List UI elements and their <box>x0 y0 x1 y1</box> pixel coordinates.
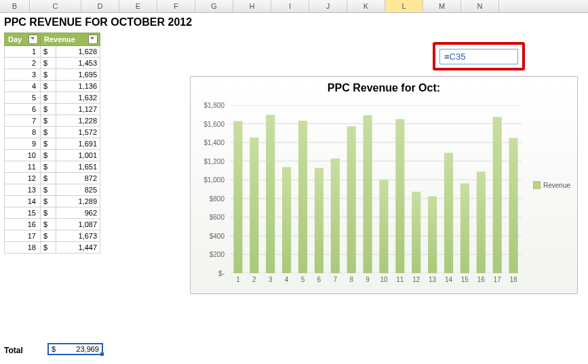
table-row[interactable]: 5$1,632 <box>5 92 100 104</box>
filter-dropdown-icon[interactable] <box>88 35 98 44</box>
bar[interactable] <box>363 115 372 273</box>
cell-currency[interactable]: $ <box>41 58 56 69</box>
cell-currency[interactable]: $ <box>41 115 56 127</box>
bar[interactable] <box>250 138 258 273</box>
col-day-header[interactable]: Day <box>5 33 41 46</box>
cell-day[interactable]: 12 <box>5 173 41 184</box>
col-header-B[interactable]: B <box>0 0 30 12</box>
revenue-table[interactable]: Day Revenue 1$1,6282$1,4533$1,6954$1,136… <box>4 33 100 254</box>
bar[interactable] <box>444 153 453 273</box>
col-header-I[interactable]: I <box>271 0 309 12</box>
col-header-H[interactable]: H <box>233 0 271 12</box>
cell-day[interactable]: 17 <box>5 230 41 242</box>
bar[interactable] <box>298 121 307 273</box>
table-row[interactable]: 9$1,691 <box>5 138 100 150</box>
cell-currency[interactable]: $ <box>41 173 56 184</box>
bar[interactable] <box>379 180 388 273</box>
bar[interactable] <box>266 115 275 273</box>
cell-day[interactable]: 6 <box>5 104 41 115</box>
cell-revenue[interactable]: 825 <box>56 184 100 196</box>
cell-day[interactable]: 16 <box>5 219 41 230</box>
bar[interactable] <box>233 121 242 273</box>
table-row[interactable]: 11$1,651 <box>5 161 100 173</box>
cell-day[interactable]: 2 <box>5 58 41 69</box>
cell-revenue[interactable]: 1,001 <box>56 150 100 161</box>
cell-revenue[interactable]: 1,651 <box>56 161 100 173</box>
cell-revenue[interactable]: 1,632 <box>56 92 100 104</box>
table-row[interactable]: 15$962 <box>5 207 100 219</box>
cell-day[interactable]: 3 <box>5 69 41 81</box>
cell-revenue[interactable]: 872 <box>56 173 100 184</box>
cell-currency[interactable]: $ <box>41 46 56 58</box>
cell-revenue[interactable]: 1,136 <box>56 81 100 92</box>
col-header-K[interactable]: K <box>347 0 385 12</box>
col-header-L[interactable]: L <box>385 0 423 12</box>
col-header-J[interactable]: J <box>309 0 347 12</box>
col-header-G[interactable]: G <box>195 0 233 12</box>
cell-revenue[interactable]: 1,695 <box>56 69 100 81</box>
cell-revenue[interactable]: 1,447 <box>56 242 100 254</box>
cell-currency[interactable]: $ <box>41 104 56 115</box>
cell-day[interactable]: 9 <box>5 138 41 150</box>
cell-day[interactable]: 11 <box>5 161 41 173</box>
filter-dropdown-icon[interactable] <box>28 35 38 44</box>
bar[interactable] <box>315 168 324 273</box>
table-row[interactable]: 4$1,136 <box>5 81 100 92</box>
formula-input[interactable]: =C35 <box>439 49 518 64</box>
cell-day[interactable]: 18 <box>5 242 41 254</box>
table-row[interactable]: 7$1,228 <box>5 115 100 127</box>
col-header-D[interactable]: D <box>81 0 119 12</box>
cell-revenue[interactable]: 1,127 <box>56 104 100 115</box>
cell-currency[interactable]: $ <box>41 81 56 92</box>
cell-day[interactable]: 13 <box>5 184 41 196</box>
cell-currency[interactable]: $ <box>41 230 56 242</box>
table-row[interactable]: 16$1,087 <box>5 219 100 230</box>
cell-currency[interactable]: $ <box>41 196 56 207</box>
bar[interactable] <box>477 171 486 273</box>
bar[interactable] <box>331 159 340 273</box>
col-header-M[interactable]: M <box>423 0 461 12</box>
cell-revenue[interactable]: 962 <box>56 207 100 219</box>
cell-revenue[interactable]: 1,453 <box>56 58 100 69</box>
cell-day[interactable]: 5 <box>5 92 41 104</box>
bar[interactable] <box>428 196 437 273</box>
bar[interactable] <box>395 119 404 273</box>
bar[interactable] <box>509 138 517 273</box>
bar[interactable] <box>412 192 420 273</box>
cell-currency[interactable]: $ <box>41 92 56 104</box>
cell-currency[interactable]: $ <box>41 161 56 173</box>
cell-revenue[interactable]: 1,628 <box>56 46 100 58</box>
table-row[interactable]: 2$1,453 <box>5 58 100 69</box>
cell-currency[interactable]: $ <box>41 207 56 219</box>
table-row[interactable]: 14$1,289 <box>5 196 100 207</box>
bar[interactable] <box>493 117 502 273</box>
table-row[interactable]: 13$825 <box>5 184 100 196</box>
cell-revenue[interactable]: 1,228 <box>56 115 100 127</box>
table-row[interactable]: 18$1,447 <box>5 242 100 254</box>
bar[interactable] <box>460 183 469 273</box>
table-row[interactable]: 6$1,127 <box>5 104 100 115</box>
cell-day[interactable]: 7 <box>5 115 41 127</box>
table-row[interactable]: 17$1,673 <box>5 230 100 242</box>
cell-day[interactable]: 10 <box>5 150 41 161</box>
cell-currency[interactable]: $ <box>41 150 56 161</box>
cell-revenue[interactable]: 1,087 <box>56 219 100 230</box>
cell-revenue[interactable]: 1,572 <box>56 127 100 138</box>
cell-currency[interactable]: $ <box>41 242 56 254</box>
bar[interactable] <box>347 126 356 273</box>
cell-currency[interactable]: $ <box>41 138 56 150</box>
table-row[interactable]: 10$1,001 <box>5 150 100 161</box>
table-row[interactable]: 1$1,628 <box>5 46 100 58</box>
cell-day[interactable]: 4 <box>5 81 41 92</box>
bar[interactable] <box>282 167 291 273</box>
cell-day[interactable]: 14 <box>5 196 41 207</box>
cell-revenue[interactable]: 1,691 <box>56 138 100 150</box>
table-row[interactable]: 8$1,572 <box>5 127 100 138</box>
col-header-F[interactable]: F <box>157 0 195 12</box>
col-header-N[interactable]: N <box>461 0 499 12</box>
cell-day[interactable]: 15 <box>5 207 41 219</box>
col-revenue-header[interactable]: Revenue <box>41 33 100 46</box>
cell-currency[interactable]: $ <box>41 184 56 196</box>
cell-currency[interactable]: $ <box>41 219 56 230</box>
col-header-E[interactable]: E <box>119 0 157 12</box>
